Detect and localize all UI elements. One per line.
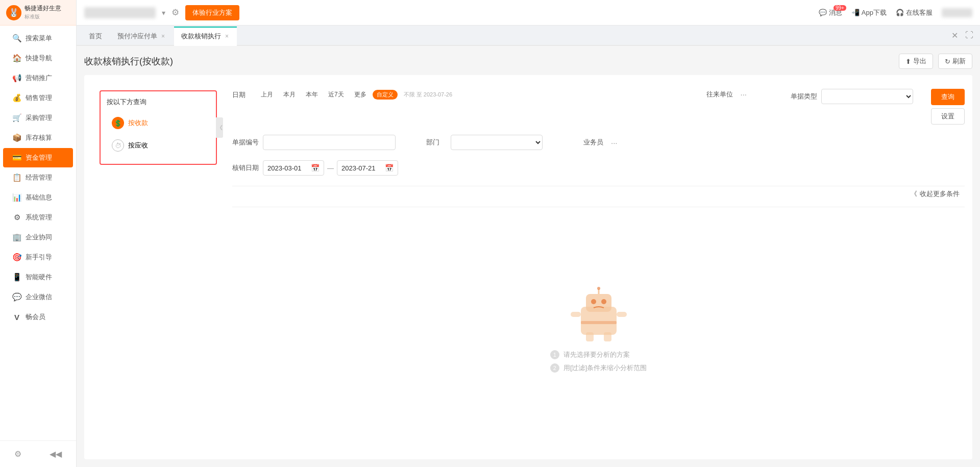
date-label: 日期 (232, 90, 253, 100)
sidebar-item-finance[interactable]: 💳 资金管理 (3, 148, 73, 167)
tab-collect-verify[interactable]: 收款核销执行 × (174, 27, 237, 46)
shortcut-more[interactable]: 更多 (350, 89, 371, 101)
collapse-more-btn[interactable]: 《 收起更多条件 (232, 186, 965, 202)
sidebar-label-sales: 销售管理 (26, 93, 52, 103)
sidebar-item-member[interactable]: V 畅会员 (3, 307, 73, 327)
dept-select[interactable] (451, 135, 543, 150)
empty-state: 1 请先选择要分析的方案 2 用[过滤]条件来缩小分析范围 (232, 207, 965, 452)
sidebar-item-sales[interactable]: 💰 销售管理 (3, 88, 73, 108)
svg-point-2 (591, 299, 596, 304)
bill-number-input[interactable] (263, 135, 396, 150)
app-badge: 标准版 (24, 13, 61, 20)
sidebar-item-wecom[interactable]: 💬 企业微信 (3, 287, 73, 307)
sidebar-item-system[interactable]: ⚙ 系统管理 (3, 208, 73, 227)
verify-date-end-field[interactable]: 📅 (337, 160, 398, 176)
online-service-btn[interactable]: 🎧 在线客服 (896, 8, 933, 17)
sidebar-label-enterprise: 企业协同 (26, 233, 52, 242)
tab-prepay[interactable]: 预付冲应付单 × (110, 28, 173, 46)
content-area: 收款核销执行(按收款) ⬆ 导出 ↻ 刷新 按以下方查询 💲 (77, 46, 980, 467)
solution-btn[interactable]: 体验行业方案 (185, 5, 239, 20)
tab-expand-btn[interactable]: ⛶ (964, 29, 975, 42)
settings-btn[interactable]: 设置 (931, 108, 965, 125)
refresh-btn[interactable]: ↻ 刷新 (938, 54, 972, 69)
page-header: 收款核销执行(按收款) ⬆ 导出 ↻ 刷新 (84, 54, 972, 69)
filter-panel-title: 按以下方查询 (107, 97, 210, 107)
verify-date-start-input[interactable] (267, 164, 308, 172)
verify-date-end-calendar-icon[interactable]: 📅 (385, 164, 394, 172)
shortcut-this-month[interactable]: 本月 (279, 89, 300, 101)
tab-home[interactable]: 首页 (82, 28, 109, 46)
shortcut-7days[interactable]: 近7天 (324, 89, 348, 101)
operation-icon: 📋 (12, 173, 21, 182)
sidebar-item-guide[interactable]: 🎯 新手引导 (3, 248, 73, 267)
topbar: ▾ ⚙ 体验行业方案 💬 消息 99+ 📲 App下载 🎧 在线客服 (77, 0, 980, 26)
settings-bottom-btn[interactable]: ⚙ (9, 446, 27, 462)
filter-panel-collapse-btn[interactable]: 《 (216, 117, 223, 138)
counterpart-field-group: 往来单位 ··· (706, 89, 750, 100)
svg-rect-7 (617, 312, 627, 317)
filter-by-collect[interactable]: 💲 按收款 (107, 113, 210, 133)
topbar-gear-icon[interactable]: ⚙ (172, 7, 179, 18)
tab-prepay-close[interactable]: × (160, 32, 166, 41)
sidebar-item-quick-nav[interactable]: 🏠 快捷导航 (3, 48, 73, 68)
sidebar-label-inventory: 库存核算 (26, 133, 52, 142)
sales-icon: 💰 (12, 93, 21, 103)
message-btn[interactable]: 💬 消息 99+ (819, 8, 842, 17)
svg-point-5 (597, 287, 600, 290)
sidebar-label-basic: 基础信息 (26, 193, 52, 202)
shortcut-this-year[interactable]: 本年 (302, 89, 322, 101)
sidebar-item-inventory[interactable]: 📦 库存核算 (3, 128, 73, 148)
verify-date-end-input[interactable] (341, 164, 382, 172)
sidebar-label-guide: 新手引导 (26, 253, 52, 262)
app-download-icon: 📲 (851, 9, 860, 16)
collapse-sidebar-btn[interactable]: ◀◀ (44, 446, 67, 462)
shortcut-custom[interactable]: 自定义 (373, 90, 398, 100)
sidebar-label-operation: 经营管理 (26, 173, 52, 182)
marketing-icon: 📢 (12, 73, 21, 83)
counterpart-dots-btn[interactable]: ··· (737, 89, 750, 100)
bill-type-select[interactable] (821, 89, 913, 104)
verify-date-range: 📅 — 📅 (263, 160, 398, 176)
filter-by-receivable[interactable]: ⏱ 按应收 (107, 135, 210, 156)
empty-hints: 1 请先选择要分析的方案 2 用[过滤]条件来缩小分析范围 (550, 350, 647, 373)
svg-rect-10 (581, 321, 617, 324)
export-icon: ⬆ (905, 58, 911, 65)
verify-date-start-calendar-icon[interactable]: 📅 (311, 164, 320, 172)
sidebar-label-quick-nav: 快捷导航 (26, 54, 52, 63)
enterprise-icon: 🏢 (12, 233, 21, 242)
topbar-dropdown-arrow[interactable]: ▾ (162, 9, 165, 17)
sidebar-item-hardware[interactable]: 📱 智能硬件 (3, 267, 73, 287)
sidebar-item-purchase[interactable]: 🛒 采购管理 (3, 108, 73, 128)
tab-prepay-label: 预付冲应付单 (117, 32, 157, 41)
date-no-limit: 不限 至 2023-07-26 (404, 91, 452, 99)
filter-row-2: 单据编号 部门 业务员 ··· (232, 133, 965, 152)
app-download-btn[interactable]: 📲 App下载 (851, 8, 887, 17)
svg-point-3 (601, 299, 606, 304)
verify-date-start-field[interactable]: 📅 (263, 160, 324, 176)
tab-close-all-btn[interactable]: ✕ (950, 29, 960, 42)
sidebar-nav: 🔍 搜索菜单 🏠 快捷导航 📢 营销推广 💰 销售管理 🛒 采购管理 📦 库存核… (0, 26, 76, 440)
filter-by-receivable-label: 按应收 (128, 141, 148, 150)
staff-field-group: 业务员 ··· (583, 137, 621, 148)
bill-number-field-group: 单据编号 (232, 135, 396, 150)
main-panel: 按以下方查询 💲 按收款 ⏱ 按应收 《 (84, 75, 972, 459)
staff-label: 业务员 (583, 138, 604, 147)
basic-icon: 📊 (12, 193, 21, 202)
refresh-label: 刷新 (952, 57, 966, 66)
staff-dots-btn[interactable]: ··· (608, 137, 621, 148)
tab-collect-verify-close[interactable]: × (224, 32, 230, 41)
filter-panel: 按以下方查询 💲 按收款 ⏱ 按应收 《 (100, 90, 217, 165)
sidebar-item-basic[interactable]: 📊 基础信息 (3, 188, 73, 207)
export-btn[interactable]: ⬆ 导出 (899, 54, 933, 69)
sidebar-item-enterprise[interactable]: 🏢 企业协同 (3, 228, 73, 247)
sidebar-item-operation[interactable]: 📋 经营管理 (3, 168, 73, 187)
query-btn[interactable]: 查询 (931, 89, 965, 105)
search-icon: 🔍 (12, 34, 21, 43)
bill-type-field-group: 单据类型 (791, 89, 913, 104)
shortcut-last-month[interactable]: 上月 (257, 89, 277, 101)
purchase-icon: 🛒 (12, 113, 21, 122)
member-icon: V (12, 313, 21, 322)
sidebar-item-marketing[interactable]: 📢 营销推广 (3, 68, 73, 88)
date-field-group: 日期 上月 本月 本年 近7天 更多 自定义 不限 至 2023-07-26 (232, 89, 452, 101)
sidebar-item-search[interactable]: 🔍 搜索菜单 (3, 29, 73, 48)
